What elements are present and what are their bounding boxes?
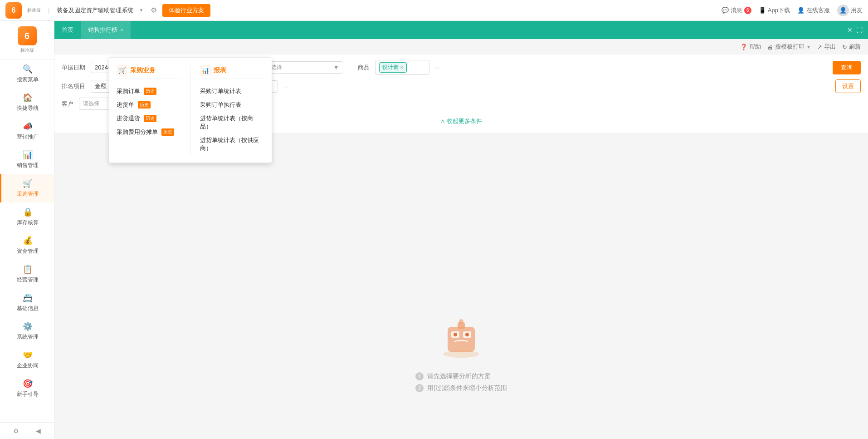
- sidebar-item-label: 企业协同: [17, 362, 39, 370]
- goods-label: 商品: [358, 64, 370, 72]
- svg-rect-1: [448, 327, 475, 352]
- customer-label: 客户: [62, 100, 73, 108]
- service-icon: 👤: [797, 7, 805, 14]
- sidebar-item-operations[interactable]: 📋 经营管理: [0, 260, 54, 288]
- sales-icon: 📊: [23, 150, 33, 160]
- sidebar-item-marketing[interactable]: 📣 营销推广: [0, 117, 54, 145]
- marketing-icon: 📣: [23, 121, 33, 131]
- menu-item-purchase-order-exec[interactable]: 采购订单执行表: [200, 98, 265, 112]
- print-button[interactable]: 🖨 按模板打印 ▼: [767, 43, 811, 51]
- message-button[interactable]: 💬 消息 6: [722, 6, 751, 15]
- home-icon: 🏠: [23, 93, 33, 103]
- query-actions: 查询: [833, 61, 861, 74]
- goods-return-badge: 历史: [144, 115, 156, 122]
- sidebar-item-label: 库存核算: [17, 219, 39, 227]
- export-icon: ↗: [817, 44, 822, 50]
- system-dropdown-icon[interactable]: ▼: [139, 8, 143, 13]
- menu-item-goods-in-stats-by-supplier[interactable]: 进货单统计表（按供应商）: [200, 133, 265, 155]
- empty-state: 1 请先选择要分析的方案 2 用[过滤]条件来缩小分析范围: [54, 134, 868, 439]
- menu-item-goods-in[interactable]: 进货单 历史: [117, 98, 181, 112]
- user-button[interactable]: 👤 用友: [837, 5, 863, 16]
- salesman-more-dots[interactable]: ···: [283, 83, 288, 90]
- svg-point-4: [454, 333, 457, 336]
- sidebar-item-guide[interactable]: 🎯 新手引导: [0, 374, 54, 403]
- sidebar-logo-icon: 6: [18, 26, 37, 45]
- user-label: 用友: [851, 6, 863, 15]
- sidebar-item-search[interactable]: 🔍 搜索菜单: [0, 59, 54, 88]
- system-icon: ⚙️: [23, 321, 33, 331]
- goods-input[interactable]: 设计素 ×: [375, 60, 429, 75]
- menu-item-purchase-order-stats[interactable]: 采购订单统计表: [200, 84, 265, 98]
- logo-icon: 6: [5, 2, 22, 19]
- empty-hint-2: 2 用[过滤]条件来缩小分析范围: [415, 384, 507, 392]
- tab-sales-rank[interactable]: 销售排行榜 ×: [81, 21, 131, 39]
- sidebar-logo-area: 6 标准版: [0, 21, 54, 59]
- goods-tag-close[interactable]: ×: [400, 64, 404, 71]
- date-label: 单据日期: [62, 64, 85, 72]
- phone-icon: 📱: [759, 7, 766, 14]
- menu-item-goods-in-stats-by-goods[interactable]: 进货单统计表（按商品）: [200, 112, 265, 133]
- operations-icon: 📋: [23, 264, 33, 274]
- sidebar-settings-button[interactable]: ⚙: [13, 427, 19, 434]
- sidebar-item-purchase[interactable]: 🛒 采购管理: [0, 174, 54, 202]
- set-button[interactable]: 设置: [835, 79, 861, 93]
- query-button[interactable]: 查询: [833, 61, 861, 74]
- goods-in-badge: 历史: [138, 101, 151, 109]
- system-title: 装备及固定资产辅助管理系统: [57, 6, 133, 15]
- purchase-expense-badge: 历史: [161, 128, 174, 136]
- tab-expand-icon[interactable]: ⛶: [856, 26, 863, 34]
- sidebar-item-label: 采购管理: [17, 190, 39, 198]
- export-button[interactable]: ↗ 导出: [817, 43, 836, 51]
- tab-home[interactable]: 首页: [54, 21, 81, 39]
- settings-icon[interactable]: ⚙: [151, 6, 157, 15]
- sidebar-item-basic[interactable]: 📇 基础信息: [0, 288, 54, 317]
- content-area: 首页 销售排行榜 × ✕ ⛶ ❓ 帮助: [54, 21, 868, 439]
- header-toolbar: ❓ 帮助 🖨 按模板打印 ▼ ↗ 导出 ↻ 刷新: [54, 39, 868, 54]
- sidebar-item-label: 销售管理: [17, 162, 39, 169]
- sidebar-item-sales[interactable]: 📊 销售管理: [0, 145, 54, 174]
- report-section-title: 📊 报表: [200, 65, 265, 79]
- goods-more-dots[interactable]: ···: [435, 64, 440, 71]
- sidebar-item-system[interactable]: ⚙️ 系统管理: [0, 317, 54, 345]
- menu-item-purchase-order[interactable]: 采购订单 历史: [117, 84, 181, 98]
- top-bar-left: 6 标准版 | 装备及固定资产辅助管理系统 ▼ ⚙: [5, 2, 157, 19]
- menu-item-goods-return[interactable]: 进货退货 历史: [117, 112, 181, 125]
- menu-divider: [190, 65, 191, 155]
- purchase-menu-section: 🛒 采购业务 采购订单 历史 进货单 历史 进货退货: [117, 65, 181, 155]
- purchase-order-badge: 历史: [144, 88, 156, 95]
- logo-sub: 标准版: [27, 7, 41, 14]
- empty-icon: [434, 309, 488, 363]
- sidebar: 6 标准版 🔍 搜索菜单 🏠 快捷导航 📣 营销推广 📊 销售管理 🛒: [0, 21, 54, 439]
- tab-close-all-icon[interactable]: ✕: [847, 26, 853, 34]
- menu-item-purchase-expense[interactable]: 采购费用分摊单 历史: [117, 125, 181, 139]
- online-service-button[interactable]: 👤 在线客服: [797, 6, 830, 15]
- guide-icon: 🎯: [23, 379, 33, 389]
- print-dropdown-icon[interactable]: ▼: [806, 44, 811, 49]
- tab-bar: 首页 销售排行榜 × ✕ ⛶: [54, 21, 868, 39]
- sidebar-logo-sub: 标准版: [20, 47, 34, 54]
- message-badge: 6: [744, 7, 751, 14]
- sidebar-item-label: 新手引导: [17, 390, 39, 398]
- tab-close-icon[interactable]: ×: [120, 27, 123, 33]
- purchase-dropdown-menu: 🛒 采购业务 采购订单 历史 进货单 历史 进货退货: [109, 57, 272, 163]
- help-icon: ❓: [740, 44, 747, 50]
- sidebar-item-label: 基础信息: [17, 305, 39, 312]
- search-icon: 🔍: [23, 64, 33, 74]
- app-download-button[interactable]: 📱 App下载: [759, 6, 790, 15]
- enterprise-icon: 🤝: [23, 350, 33, 360]
- refresh-icon: ↻: [842, 44, 847, 50]
- inventory-icon: 🔒: [23, 207, 33, 217]
- sidebar-item-finance[interactable]: 💰 资金管理: [0, 231, 54, 260]
- finance-icon: 💰: [23, 236, 33, 246]
- trial-button[interactable]: 体验行业方案: [162, 4, 210, 17]
- sidebar-item-inventory[interactable]: 🔒 库存核算: [0, 202, 54, 231]
- help-button[interactable]: ❓ 帮助: [740, 43, 761, 51]
- status-input[interactable]: 请选择 ▼: [262, 61, 343, 74]
- sidebar-collapse-button[interactable]: ◀: [36, 427, 41, 434]
- report-menu-section: 📊 报表 采购订单统计表 采购订单执行表 进货单统计表（按商品）: [200, 65, 265, 155]
- sidebar-item-enterprise[interactable]: 🤝 企业协同: [0, 345, 54, 374]
- refresh-button[interactable]: ↻ 刷新: [842, 43, 861, 51]
- logo-char: 6: [12, 6, 16, 15]
- sidebar-item-quick[interactable]: 🏠 快捷导航: [0, 88, 54, 117]
- message-icon: 💬: [722, 7, 729, 14]
